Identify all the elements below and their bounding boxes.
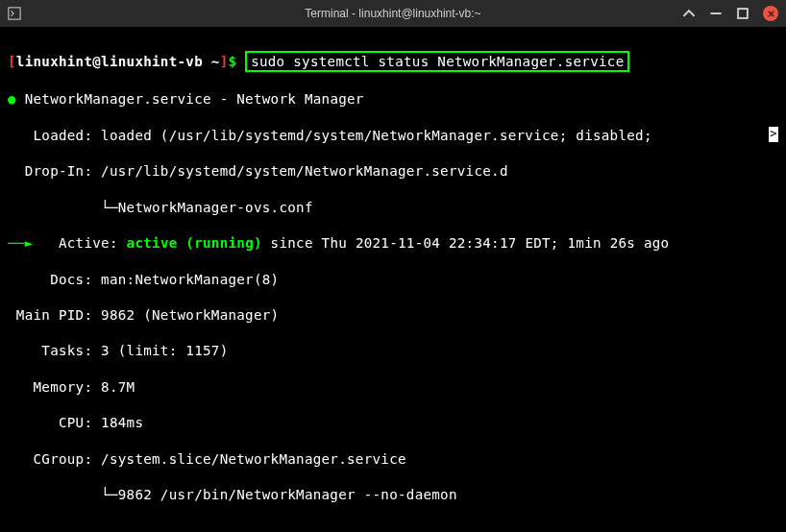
caret-up-icon[interactable] [682,7,696,20]
active-label: Active: [33,235,126,251]
prompt-cwd: ~ [203,54,220,69]
prompt-line: [linuxhint@linuxhint-vb ~]$ sudo systemc… [8,51,778,73]
tasks-line: Tasks: 3 (limit: 1157) [8,342,778,360]
unit-name: NetworkManager.service - Network Manager [25,91,364,107]
command-text: sudo systemctl status NetworkManager.ser… [251,54,624,69]
cgroup-line-2: └─9862 /usr/bin/NetworkManager --no-daem… [8,486,778,504]
titlebar: Terminal - linuxhint@linuxhint-vb:~ [0,0,786,27]
arrow-annotation-icon: ──► [8,235,33,251]
minimize-icon[interactable] [709,7,723,20]
unit-header: ● NetworkManager.service - Network Manag… [8,90,778,109]
dropin-line-2: └─NetworkManager-ovs.conf [8,199,778,217]
terminal-area[interactable]: [linuxhint@linuxhint-vb ~]$ sudo systemc… [0,27,786,532]
dropin-line-1: Drop-In: /usr/lib/systemd/system/Network… [8,162,778,181]
svg-rect-2 [738,9,748,18]
terminal-app-icon [8,7,21,20]
cpu-line: CPU: 184ms [8,414,778,432]
cgroup-line-1: CGroup: /system.slice/NetworkManager.ser… [8,450,778,469]
window-title: Terminal - linuxhint@linuxhint-vb:~ [305,7,480,20]
close-button[interactable] [763,6,778,21]
active-since: since Thu 2021-11-04 22:34:17 EDT; 1min … [262,235,670,251]
blank-line [8,522,778,532]
prompt-user-host: linuxhint@linuxhint-vb [16,54,203,69]
line-overflow-icon: > [769,127,778,142]
titlebar-left [8,7,21,20]
loaded-line: Loaded: loaded (/usr/lib/systemd/system/… [8,127,661,145]
maximize-icon[interactable] [736,7,749,20]
active-status-value: active (running) [127,235,262,251]
window-controls [682,6,778,21]
mainpid-line: Main PID: 9862 (NetworkManager) [8,306,778,325]
status-dot-icon: ● [8,91,16,107]
prompt-open-bracket: [ [8,54,16,69]
svg-rect-0 [9,8,20,19]
prompt-dollar: $ [228,54,236,69]
command-highlight-box: sudo systemctl status NetworkManager.ser… [245,51,629,73]
memory-line: Memory: 8.7M [8,378,778,397]
active-line: ──► Active: active (running) since Thu 2… [8,234,778,253]
docs-line: Docs: man:NetworkManager(8) [8,271,778,289]
